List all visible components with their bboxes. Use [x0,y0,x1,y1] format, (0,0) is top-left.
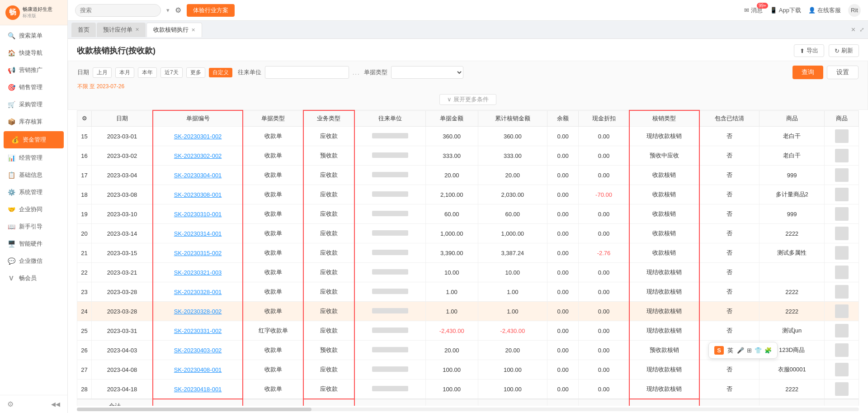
custom-date-button[interactable]: 自定义 [209,68,232,77]
code-link[interactable]: SK-20230418-001 [174,386,222,393]
column-settings-icon[interactable]: ⚙ [82,115,87,122]
receipt-type-label: 单据类型 [364,68,387,76]
query-button[interactable]: 查询 [793,66,823,79]
row-amount: 3,390.00 [425,243,478,263]
row-cumulative: 20.00 [478,341,547,360]
col-product2: 商品 [825,110,859,127]
row-biz-type: 预收款 [303,341,354,360]
code-link[interactable]: SK-20230310-001 [174,211,222,218]
date-btn-last-month[interactable]: 上月 [93,67,112,78]
code-link[interactable]: SK-20230302-002 [174,152,222,159]
sidebar-item-hardware[interactable]: 🖥️ 智能硬件 [0,235,67,252]
more-filters-icon[interactable]: ... [353,69,360,76]
code-link[interactable]: SK-20230403-002 [174,347,222,354]
row-include: 否 [699,321,760,341]
sidebar-item-wechat[interactable]: 💬 企业微信 [0,252,67,270]
date-btn-more[interactable]: 更多 [186,67,205,78]
date-btn-this-year[interactable]: 本年 [138,67,157,78]
code-link[interactable]: SK-20230408-001 [174,366,222,373]
collapse-icon[interactable]: ◀◀ [51,401,60,408]
row-num: 27 [77,360,92,380]
row-product2 [825,224,859,243]
row-verify-type: 预收款核销 [629,341,699,360]
footer-product1 [760,399,825,406]
sidebar-item-basic[interactable]: 📋 基础信息 [0,166,67,184]
code-link[interactable]: SK-20230304-001 [174,172,222,179]
sidebar-footer: ⚙ ◀◀ [0,395,67,413]
tab-prepay-close-icon[interactable]: ✕ [135,27,139,33]
shirt-icon[interactable]: 👕 [755,347,762,354]
tab-close-all-icon[interactable]: ✕ [851,26,856,33]
app-download-label: App下载 [779,6,801,14]
collab-icon: 🤝 [7,206,15,213]
scrollbar-thumb[interactable] [77,408,311,411]
tab-home[interactable]: 首页 [71,23,96,37]
row-code: SK-20230321-003 [153,263,243,282]
customer-filter-input[interactable] [265,66,349,79]
row-customer [354,185,425,204]
row-customer [354,224,425,243]
row-balance: 0.00 [547,243,578,263]
app-download-button[interactable]: 📱 App下载 [770,6,801,14]
grid-icon[interactable]: ⊞ [747,347,752,354]
puzzle-icon[interactable]: 🧩 [764,347,772,354]
row-verify-type: 现结收款核销 [629,321,699,341]
code-link[interactable]: SK-20230301-002 [174,133,222,140]
row-include: 否 [699,127,760,146]
sidebar-item-search[interactable]: 🔍 搜索菜单 [0,27,67,44]
export-button[interactable]: ⬆ 导出 [794,44,824,57]
sidebar-item-inventory[interactable]: 📦 库存核算 [0,113,67,130]
row-code: SK-20230328-001 [153,282,243,302]
code-link[interactable]: SK-20230328-002 [174,308,222,315]
code-link[interactable]: SK-20230328-001 [174,289,222,295]
receipt-type-select[interactable] [391,66,463,79]
gear-icon[interactable]: ⚙ [175,6,181,14]
sidebar-item-label: 智能硬件 [19,240,42,248]
settings-footer-icon[interactable]: ⚙ [7,400,14,408]
sidebar-item-guide[interactable]: 📖 新手引导 [0,218,67,235]
solution-button[interactable]: 体验行业方案 [187,4,235,17]
code-link[interactable]: SK-20230314-001 [174,230,222,237]
online-service-label: 在线客服 [817,6,841,14]
sidebar-item-system[interactable]: ⚙️ 系统管理 [0,184,67,201]
date-btn-7days[interactable]: 近7天 [160,67,183,78]
expand-more-button[interactable]: ∨ 展开更多条件 [439,94,496,105]
refresh-button[interactable]: ↻ 刷新 [829,44,859,57]
code-link[interactable]: SK-20230321-003 [174,269,222,276]
tab-prepay[interactable]: 预计应付单 ✕ [97,23,146,37]
online-service-button[interactable]: 👤 在线客服 [808,6,841,14]
row-include: 否 [699,166,760,185]
sidebar-item-purchase[interactable]: 🛒 采购管理 [0,96,67,113]
row-balance: 0.00 [547,282,578,302]
row-include: 否 [699,243,760,263]
table-row: 24 2023-03-28 SK-20230328-002 收款单 应收款 1.… [77,302,859,321]
tab-collect-close-icon[interactable]: ✕ [191,27,195,33]
tab-expand-icon[interactable]: ⤢ [859,26,864,33]
row-date: 2023-04-03 [92,341,153,360]
sidebar-logo: 畅 畅康道好生意 标准版 [0,0,67,25]
mic-icon[interactable]: 🎤 [737,347,744,354]
tabbar-controls: ✕ ⤢ [851,26,864,33]
sidebar-item-collab[interactable]: 🤝 企业协同 [0,201,67,218]
filter-settings-button[interactable]: 设置 [827,66,859,79]
row-customer [354,127,425,146]
user-avatar[interactable]: Rit [848,4,861,17]
dropdown-arrow-icon[interactable]: ▾ [166,7,170,14]
code-link[interactable]: SK-20230308-001 [174,191,222,198]
member-icon: V [7,275,15,282]
sidebar-item-sales[interactable]: 🎯 销售管理 [0,79,67,96]
col-gear[interactable]: ⚙ [77,110,92,127]
messages-button[interactable]: ✉ 消息 99+ [744,6,763,14]
date-btn-this-month[interactable]: 本月 [115,67,134,78]
sidebar-item-marketing[interactable]: 📢 营销推广 [0,62,67,79]
code-link[interactable]: SK-20230315-002 [174,250,222,256]
code-link[interactable]: SK-20230331-002 [174,328,222,334]
sidebar-item-finance[interactable]: 💰 资金管理 [4,131,64,148]
sidebar-item-operation[interactable]: 📊 经营管理 [0,149,67,166]
sidebar-item-quick[interactable]: 🏠 快捷导航 [0,44,67,62]
tab-collect[interactable]: 收款核销执行 ✕ [146,23,202,37]
sidebar-item-member[interactable]: V 畅会员 [0,270,67,287]
scrollbar[interactable] [77,408,859,411]
search-input[interactable] [75,4,161,17]
row-code: SK-20230310-001 [153,204,243,224]
